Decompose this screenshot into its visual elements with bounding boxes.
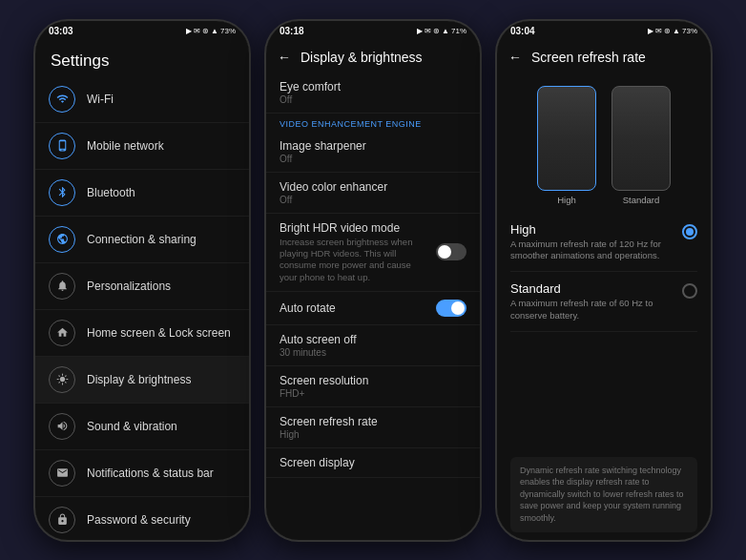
display-item-eyecomfort[interactable]: Eye comfort Off [266,73,480,114]
settings-list: Wi-Fi Mobile network Bluetooth [35,76,249,540]
refreshrate-sub: High [280,429,466,440]
refresh-info-box: Dynamic refresh rate switching technolog… [510,457,697,532]
wifi-icon: ▲ [211,27,218,35]
settings-item-homescreen[interactable]: Home screen & Lock screen [35,310,249,357]
wifi-icon-2: ▲ [442,27,449,35]
settings-item-mobile[interactable]: Mobile network [35,123,249,170]
time-2: 03:18 [280,26,304,36]
sound-label: Sound & vibration [87,420,177,433]
settings-header: Settings [35,42,249,76]
hdr-desc: Increase screen brightness when playing … [280,237,413,283]
notif-item-icon [49,460,75,487]
screendisplay-title: Screen display [280,456,466,469]
status-bar-3: 03:04 ▶ ✉ ⊛ ▲ 73% [497,21,711,42]
refresh-info-text: Dynamic refresh rate switching technolog… [520,465,688,525]
back-arrow-3[interactable]: ← [508,50,522,65]
msg-icon: ✉ [194,27,200,35]
bluetooth-item-icon [49,179,75,206]
radio-standard[interactable] [682,283,697,299]
display-item-icon [49,366,75,393]
mobile-item-icon [49,133,75,159]
refresh-high-title: High [510,222,674,237]
sound-item-icon [49,413,75,440]
radio-high[interactable] [682,224,697,239]
personal-item-icon [49,273,75,300]
resolution-title: Screen resolution [280,374,466,387]
status-icons-2: ▶ ✉ ⊛ ▲ 71% [417,27,466,35]
settings-item-password[interactable]: Password & security [35,497,249,540]
settings-item-connection[interactable]: Connection & sharing [35,217,249,263]
wifi-label: Wi-Fi [87,93,114,106]
connection-label: Connection & sharing [87,233,197,246]
notifications-label: Notifications & status bar [87,467,214,480]
preview-label-standard: Standard [623,195,660,205]
refresh-option-standard[interactable]: Standard A maximum refresh rate of 60 Hz… [510,272,697,332]
display-item-hdr[interactable]: Bright HDR video mode Increase screen br… [266,214,480,292]
screenoff-title: Auto screen off [280,333,466,346]
msg-icon-3: ✉ [655,27,662,35]
time-1: 03:03 [49,26,73,36]
status-bar-1: 03:03 ▶ ✉ ⊛ ▲ 73% [35,21,249,42]
bt-icon-2: ⊛ [433,27,440,35]
settings-item-notifications[interactable]: Notifications & status bar [35,450,249,497]
sharpener-title: Image sharpener [280,139,466,153]
homescreen-label: Home screen & Lock screen [87,326,231,340]
display-item-screenoff[interactable]: Auto screen off 30 minutes [266,325,480,366]
time-3: 03:04 [510,26,535,36]
display-item-refreshrate[interactable]: Screen refresh rate High [266,407,480,448]
signal-icon: ▶ [186,27,192,35]
password-label: Password & security [87,513,191,527]
settings-item-wifi[interactable]: Wi-Fi [35,76,249,123]
bt-icon-3: ⊛ [664,27,671,35]
screen-3: ← Screen refresh rate High Standard High [497,42,711,540]
wifi-item-icon [49,86,75,113]
preview-box-high [537,86,596,191]
preview-high[interactable]: High [537,86,596,205]
radio-high-inner [686,228,694,236]
display-item-sharpener[interactable]: Image sharpener Off [266,132,480,173]
settings-item-bluetooth[interactable]: Bluetooth [35,170,249,217]
refresh-preview: High Standard [497,73,711,213]
battery-icon: 73% [220,27,236,35]
autorotate-title: Auto rotate [280,301,336,315]
page-header-2: ← Display & brightness [266,42,480,73]
mobile-label: Mobile network [87,139,164,153]
connection-item-icon [49,226,75,253]
screen-1: Settings Wi-Fi Mobile network [35,42,249,540]
hdr-toggle-knob [438,245,451,259]
hdr-toggle[interactable] [436,243,466,260]
signal-icon-2: ▶ [417,27,423,35]
phone-1: 03:03 ▶ ✉ ⊛ ▲ 73% Settings Wi-Fi [33,19,251,542]
battery-icon-3: 73% [682,27,697,35]
video-section-label: VIDEO ENHANCEMENT ENGINE [266,114,480,132]
signal-icon-3: ▶ [648,27,653,35]
preview-standard[interactable]: Standard [611,86,671,205]
display-item-screendisplay[interactable]: Screen display [266,448,480,478]
display-item-autorotate[interactable]: Auto rotate [266,292,480,325]
eyecomfort-title: Eye comfort [280,80,466,93]
msg-icon-2: ✉ [425,27,431,35]
settings-item-personal[interactable]: Personalizations [35,263,249,310]
phones-container: 03:03 ▶ ✉ ⊛ ▲ 73% Settings Wi-Fi [14,2,732,559]
display-item-colorenhancer[interactable]: Video color enhancer Off [266,173,480,214]
settings-item-display[interactable]: Display & brightness [35,357,249,404]
battery-icon-2: 71% [451,27,466,35]
autorotate-toggle[interactable] [436,300,466,317]
bt-icon: ⊛ [202,27,209,35]
refresh-standard-title: Standard [510,281,674,296]
refresh-standard-sub: A maximum refresh rate of 60 Hz to conse… [510,298,674,321]
colorenhancer-title: Video color enhancer [280,180,466,194]
refresh-options: High A maximum refresh rate of 120 Hz fo… [497,213,711,449]
display-item-resolution[interactable]: Screen resolution FHD+ [266,366,480,407]
screen-2: ← Display & brightness Eye comfort Off V… [266,42,480,540]
refresh-option-high[interactable]: High A maximum refresh rate of 120 Hz fo… [510,213,697,273]
status-bar-2: 03:18 ▶ ✉ ⊛ ▲ 71% [266,21,480,42]
preview-box-standard [611,86,671,191]
back-arrow-2[interactable]: ← [278,50,291,65]
refresh-high-sub: A maximum refresh rate of 120 Hz for smo… [510,239,674,262]
autorotate-toggle-knob [451,301,465,315]
homescreen-item-icon [49,320,75,346]
eyecomfort-sub: Off [280,94,466,105]
display-list: Eye comfort Off VIDEO ENHANCEMENT ENGINE… [266,73,480,540]
settings-item-sound[interactable]: Sound & vibration [35,404,249,450]
